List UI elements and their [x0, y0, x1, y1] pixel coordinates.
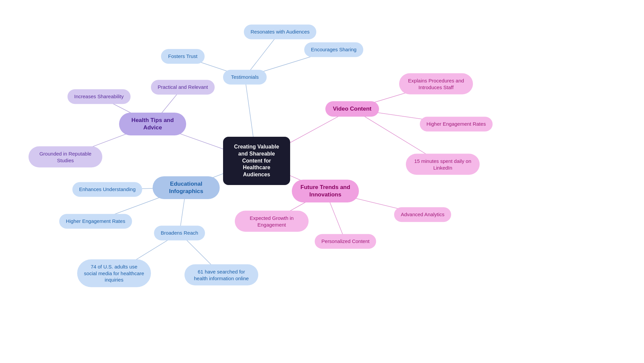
node-health-tips: Health Tips and Advice [119, 113, 186, 135]
node-video-content: Video Content [325, 101, 379, 117]
node-enhances: Enhances Understanding [72, 182, 142, 197]
node-grounded: Grounded in Reputable Studies [29, 146, 102, 168]
node-encourages: Encourages Sharing [304, 42, 363, 57]
node-higher-eng-pink: Higher Engagement Rates [420, 117, 493, 131]
node-social-media: 74 of U.S. adults use social media for h… [77, 259, 151, 287]
center-node: Creating Valuable and Shareable Content … [223, 137, 290, 185]
node-future-trends: Future Trends and Innovations [292, 180, 359, 202]
node-fosters: Fosters Trust [161, 49, 205, 64]
node-personalized: Personalized Content [315, 234, 376, 249]
node-resonates: Resonates with Audiences [244, 24, 316, 39]
node-expected-growth: Expected Growth in Engagement [235, 211, 309, 232]
node-broadens: Broadens Reach [154, 226, 205, 240]
node-explains: Explains Procedures and Introduces Staff [399, 73, 473, 95]
node-advanced: Advanced Analytics [394, 207, 451, 222]
node-searched: 61 have searched for health information … [184, 264, 258, 286]
mindmap-container: Creating Valuable and Shareable Content … [0, 0, 644, 363]
node-linkedin: 15 minutes spent daily on LinkedIn [406, 154, 480, 175]
node-higher-eng-blue: Higher Engagement Rates [59, 214, 132, 229]
node-practical: Practical and Relevant [151, 80, 215, 95]
node-increases: Increases Shareability [67, 89, 130, 104]
node-testimonials: Testimonials [223, 70, 267, 84]
node-edu-infographics: Educational Infographics [153, 176, 220, 199]
